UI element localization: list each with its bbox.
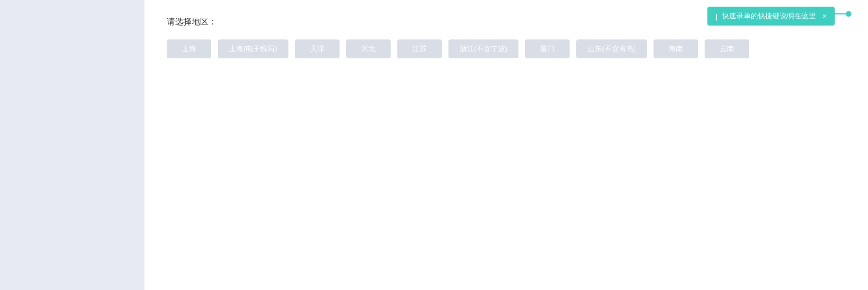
region-btn-zhejiang[interactable]: 浙江(不含宁波) <box>448 39 519 58</box>
region-btn-jiangsu[interactable]: 江苏 <box>397 39 442 58</box>
tooltip-banner: 快速录单的快捷键说明在这里 × <box>707 7 835 26</box>
tooltip-dot <box>846 11 851 17</box>
region-btn-tianjin[interactable]: 天津 <box>295 39 340 58</box>
region-buttons-container: 上海上海(电子税局)天津河北江苏浙江(不含宁波)厦门山东(不含青岛)海南云南 <box>167 39 846 58</box>
region-btn-xiamen[interactable]: 厦门 <box>525 39 570 58</box>
region-btn-shanghai[interactable]: 上海 <box>167 39 211 58</box>
tooltip-text: 快速录单的快捷键说明在这里 <box>722 11 816 21</box>
region-btn-hainan[interactable]: 海南 <box>654 39 698 58</box>
region-btn-shandong[interactable]: 山东(不含青岛) <box>576 39 647 58</box>
tooltip-line <box>835 13 846 14</box>
region-btn-yunnan[interactable]: 云南 <box>705 39 749 58</box>
tooltip-close-button[interactable]: × <box>822 12 827 21</box>
region-btn-shanghai-etax[interactable]: 上海(电子税局) <box>218 39 288 58</box>
region-btn-hebei[interactable]: 河北 <box>346 39 391 58</box>
sidebar <box>0 0 144 290</box>
main-content: 请选择地区： 上海上海(电子税局)天津河北江苏浙江(不含宁波)厦门山东(不含青岛… <box>144 0 868 290</box>
